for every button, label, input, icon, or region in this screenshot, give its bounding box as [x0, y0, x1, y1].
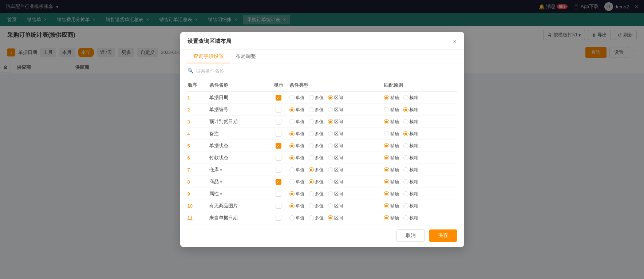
type-radio-type_single[interactable]: 单值 — [289, 95, 304, 101]
table-row: 8商品 ∨单值多值区间精确模糊 — [187, 176, 457, 188]
display-checkbox[interactable] — [276, 95, 281, 101]
display-checkbox[interactable] — [276, 131, 281, 137]
type-radio-group: 单值多值区间 — [289, 167, 343, 173]
type-radio-type_single[interactable]: 单值 — [289, 131, 304, 137]
type-radio-type_range[interactable]: 区间 — [328, 107, 343, 113]
type-radio-type_multi[interactable]: 多值 — [309, 203, 324, 207]
match-radio-match_exact[interactable]: 精确 — [384, 143, 399, 149]
type-radio-type_multi[interactable]: 多值 — [309, 119, 324, 125]
type-radio-type_range[interactable]: 区间 — [328, 95, 343, 101]
type-radio-type_multi[interactable]: 多值 — [309, 95, 324, 101]
display-checkbox[interactable] — [276, 107, 281, 113]
row-condition-name: 有无商品图片 — [209, 203, 268, 207]
match-radio-match_fuzzy[interactable]: 模糊 — [403, 179, 418, 185]
match-radio-group: 精确模糊 — [384, 131, 418, 137]
dialog-title: 设置查询区域布局 — [187, 38, 231, 45]
match-radio-group: 精确模糊 — [384, 203, 418, 207]
row-order: 2 — [187, 107, 209, 113]
match-radio-match_exact[interactable]: 精确 — [384, 155, 399, 161]
table-row: 5单据状态单值多值区间精确模糊 — [187, 140, 457, 152]
match-radio-match_exact[interactable]: 精确 — [384, 95, 399, 101]
display-checkbox[interactable] — [276, 179, 281, 185]
match-radio-match_fuzzy[interactable]: 模糊 — [403, 107, 418, 113]
table-row: 1单据日期单值多值区间精确模糊 — [187, 92, 457, 104]
type-radio-type_single[interactable]: 单值 — [289, 203, 304, 207]
condition-search-input[interactable] — [196, 68, 261, 74]
match-radio-match_exact[interactable]: 精确 — [384, 167, 399, 173]
type-radio-type_multi[interactable]: 多值 — [309, 155, 324, 161]
dialog-close-button[interactable]: × — [453, 38, 457, 45]
match-radio-match_fuzzy[interactable]: 模糊 — [403, 95, 418, 101]
dialog-tab-query-fields[interactable]: 查询字段设置 — [187, 50, 230, 63]
type-radio-type_range[interactable]: 区间 — [328, 179, 343, 185]
display-checkbox[interactable] — [276, 191, 281, 197]
table-row: 7仓库 ∨单值多值区间精确模糊 — [187, 164, 457, 176]
type-radio-group: 单值多值区间 — [289, 107, 343, 113]
conditions-rows-container: 1单据日期单值多值区间精确模糊2单据编号单值多值区间精确模糊3预计到货日期单值多… — [187, 92, 457, 207]
match-radio-match_exact[interactable]: 精确 — [384, 191, 399, 197]
type-radio-type_multi[interactable]: 多值 — [309, 179, 324, 185]
type-radio-type_single[interactable]: 单值 — [289, 143, 304, 149]
row-order: 1 — [187, 95, 209, 101]
table-row: 4备注单值多值区间精确模糊 — [187, 128, 457, 140]
match-radio-match_exact[interactable]: 精确 — [384, 179, 399, 185]
type-radio-type_multi[interactable]: 多值 — [309, 167, 324, 173]
type-radio-type_range[interactable]: 区间 — [328, 203, 343, 207]
type-radio-type_multi[interactable]: 多值 — [309, 191, 324, 197]
type-radio-type_single[interactable]: 单值 — [289, 107, 304, 113]
type-radio-group: 单值多值区间 — [289, 179, 343, 185]
match-radio-match_fuzzy[interactable]: 模糊 — [403, 143, 418, 149]
display-checkbox[interactable] — [276, 143, 281, 149]
match-radio-group: 精确模糊 — [384, 95, 418, 101]
display-checkbox[interactable] — [276, 155, 281, 161]
match-radio-group: 精确模糊 — [384, 167, 418, 173]
row-order: 5 — [187, 143, 209, 149]
row-order: 4 — [187, 131, 209, 137]
type-radio-type_range[interactable]: 区间 — [328, 191, 343, 197]
type-radio-type_multi[interactable]: 多值 — [309, 143, 324, 149]
match-radio-group: 精确模糊 — [384, 191, 418, 197]
type-radio-type_range[interactable]: 区间 — [328, 155, 343, 161]
match-radio-match_fuzzy[interactable]: 模糊 — [403, 119, 418, 125]
match-radio-match_fuzzy[interactable]: 模糊 — [403, 167, 418, 173]
match-radio-group: 精确模糊 — [384, 107, 418, 113]
match-radio-match_fuzzy[interactable]: 模糊 — [403, 131, 418, 137]
match-radio-match_exact[interactable]: 精确 — [384, 131, 399, 137]
type-radio-type_range[interactable]: 区间 — [328, 131, 343, 137]
type-radio-type_multi[interactable]: 多值 — [309, 131, 324, 137]
match-radio-match_exact[interactable]: 精确 — [384, 203, 399, 207]
chevron-down-icon: ∨ — [220, 168, 222, 172]
search-wrap: 🔍 — [187, 68, 268, 76]
type-radio-type_range[interactable]: 区间 — [328, 119, 343, 125]
dialog-tab-layout[interactable]: 布局调整 — [230, 50, 262, 63]
display-checkbox[interactable] — [276, 167, 281, 173]
type-radio-type_single[interactable]: 单值 — [289, 155, 304, 161]
row-condition-name: 单据编号 — [209, 106, 268, 113]
match-radio-match_fuzzy[interactable]: 模糊 — [403, 191, 418, 197]
match-radio-match_exact[interactable]: 精确 — [384, 107, 399, 113]
table-row: 3预计到货日期单值多值区间精确模糊 — [187, 116, 457, 128]
match-radio-group: 精确模糊 — [384, 143, 418, 149]
type-radio-type_single[interactable]: 单值 — [289, 167, 304, 173]
type-radio-group: 单值多值区间 — [289, 131, 343, 137]
row-condition-name: 预计到货日期 — [209, 118, 268, 125]
match-radio-match_fuzzy[interactable]: 模糊 — [403, 203, 418, 207]
match-radio-group: 精确模糊 — [384, 179, 418, 185]
page-content: 采购订单统计表(按供应商) 🖨 按模板打印 ▾ ⬆ 导出 ↺ 刷新 › 单据日期… — [0, 26, 644, 207]
display-checkbox[interactable] — [276, 119, 281, 125]
type-radio-group: 单值多值区间 — [289, 95, 343, 101]
type-radio-type_single[interactable]: 单值 — [289, 179, 304, 185]
display-checkbox[interactable] — [276, 203, 281, 207]
type-radio-group: 单值多值区间 — [289, 203, 343, 207]
match-radio-match_fuzzy[interactable]: 模糊 — [403, 155, 418, 161]
type-radio-type_range[interactable]: 区间 — [328, 143, 343, 149]
type-radio-type_range[interactable]: 区间 — [328, 167, 343, 173]
match-radio-match_exact[interactable]: 精确 — [384, 119, 399, 125]
type-radio-type_single[interactable]: 单值 — [289, 119, 304, 125]
type-radio-group: 单值多值区间 — [289, 143, 343, 149]
row-order: 3 — [187, 119, 209, 125]
type-radio-type_single[interactable]: 单值 — [289, 191, 304, 197]
type-radio-type_multi[interactable]: 多值 — [309, 107, 324, 113]
row-order: 7 — [187, 167, 209, 173]
type-radio-group: 单值多值区间 — [289, 191, 343, 197]
